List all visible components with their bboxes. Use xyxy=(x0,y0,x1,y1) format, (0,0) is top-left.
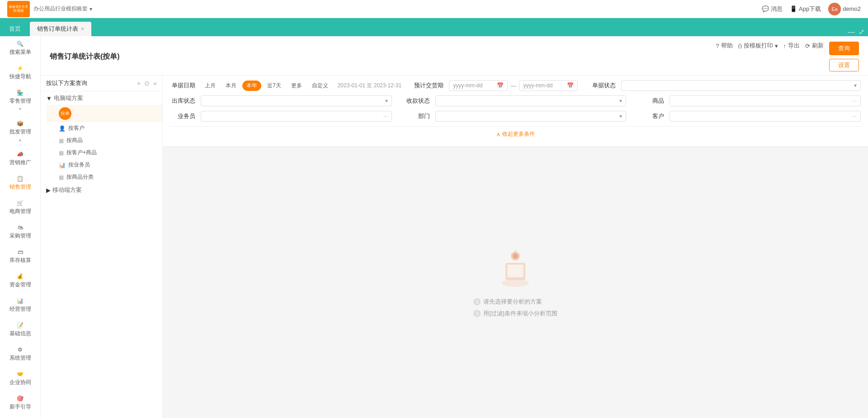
sidebar-item-search[interactable]: 🔍 搜索菜单 xyxy=(0,36,40,61)
tip-text-1: 请先选择要分析的方案 xyxy=(483,298,542,306)
purchase-icon: 🛍 xyxy=(18,224,23,231)
sidebar-item-enterprise[interactable]: 🤝 企业协同 xyxy=(0,366,40,391)
pill-more[interactable]: 更多 xyxy=(287,81,306,91)
department-select[interactable]: ▾ xyxy=(435,111,627,122)
date-label: 单据日期 xyxy=(170,81,195,90)
sidebar-item-app-center[interactable]: 📱 应用中心 xyxy=(0,415,40,418)
tip-num-2: 2 xyxy=(473,310,481,317)
ship-status-select[interactable]: ▾ xyxy=(201,95,392,106)
panel-settings-icon[interactable]: ⊙ xyxy=(144,80,150,87)
logo-text: 畅捷通好生意 xyxy=(9,5,28,9)
sidebar-item-wholesale[interactable]: 📦 批发管理 ▴ xyxy=(0,116,40,147)
filter-row-2: 出库状态 ▾ 收款状态 ▾ 商品 ··· xyxy=(170,95,861,106)
panel-icon-group: + ⊙ « xyxy=(137,80,157,87)
app-download-label: App下载 xyxy=(799,5,821,13)
app-icon: 📱 xyxy=(790,5,797,12)
sidebar-item-sales[interactable]: 📋 销售管理 xyxy=(0,171,40,195)
sidebar-marketing-label: 营销推广 xyxy=(9,159,31,166)
sidebar-base-info-label: 基础信息 xyxy=(9,330,31,337)
tab-maximize-icon[interactable]: ⤢ xyxy=(859,28,864,36)
avatar-text: Ea xyxy=(832,6,838,12)
empty-illustration xyxy=(493,247,538,292)
sidebar-finance-label: 资金管理 xyxy=(9,281,31,289)
sales-icon: 📋 xyxy=(17,176,24,182)
sidebar-item-finance[interactable]: 💰 资金管理 xyxy=(0,269,40,293)
print-button[interactable]: ⎙ 按模板打印 ▾ xyxy=(738,42,778,50)
tree-item-by-customer[interactable]: 👤 按客户 xyxy=(46,122,162,134)
sidebar-item-quick-nav[interactable]: ⚡ 快捷导航 xyxy=(0,61,40,85)
dept-arrow: ▾ xyxy=(619,113,622,119)
help-button[interactable]: ? 帮助 xyxy=(716,42,732,50)
pill-last-month[interactable]: 上月 xyxy=(201,81,220,91)
panel-add-icon[interactable]: + xyxy=(137,80,141,87)
sidebar-item-ecommerce[interactable]: 🛒 电商管理 xyxy=(0,195,40,220)
payment-status-select[interactable]: ▾ xyxy=(435,95,627,106)
payment-arrow: ▾ xyxy=(619,98,622,104)
page-title: 销售订单统计表(按单) xyxy=(50,52,120,62)
sidebar-item-purchase[interactable]: 🛍 采购管理 xyxy=(0,220,40,244)
tab-minimize-icon[interactable]: — xyxy=(848,28,855,36)
page-toolbar: ? 帮助 ⎙ 按模板打印 ▾ ↑ 导出 ⟳ 刷新 xyxy=(716,42,824,50)
sidebar-enterprise-label: 企业协同 xyxy=(9,379,31,386)
expected-date-inputs: yyyy-mm-dd 📅 — yyyy-mm-dd 📅 xyxy=(449,80,578,91)
tab-sales-order-stats[interactable]: 销售订单统计表 × xyxy=(30,22,91,36)
message-button[interactable]: 💬 消息 xyxy=(762,5,783,13)
sidebar-item-base-info[interactable]: 📝 基础信息 xyxy=(0,318,40,342)
newbie-icon: 🎯 xyxy=(17,395,24,402)
tab-home-label: 首页 xyxy=(9,25,21,33)
query-button[interactable]: 查询 xyxy=(829,42,859,55)
pill-this-month[interactable]: 本月 xyxy=(222,81,241,91)
date-range-text: 2023-01-01 至 2023-12-31 xyxy=(338,82,401,90)
inner-layout: 按以下方案查询 + ⊙ « ▼ 电脑端方案 按单 xyxy=(41,76,868,418)
query-action-area: 查询 设置 xyxy=(829,42,859,71)
expected-date-end[interactable]: yyyy-mm-dd 📅 xyxy=(519,80,578,91)
left-panel: 按以下方案查询 + ⊙ « ▼ 电脑端方案 按单 xyxy=(41,76,163,418)
page-header-actions: ? 帮助 ⎙ 按模板打印 ▾ ↑ 导出 ⟳ 刷新 xyxy=(716,42,859,71)
sidebar-item-system[interactable]: ⚙ 系统管理 xyxy=(0,342,40,366)
section-label: 电脑端方案 xyxy=(54,94,83,102)
sidebar-item-retail[interactable]: 🏪 零售管理 ▾ xyxy=(0,85,40,116)
system-icon: ⚙ xyxy=(18,347,23,353)
collapse-label: 收起更多条件 xyxy=(502,130,535,138)
avatar: Ea xyxy=(828,3,841,15)
panel-collapse-icon[interactable]: « xyxy=(153,80,157,87)
topbar: 畅捷通好生意 标准版 办公用品行业模拟账套 ▾ 💬 消息 📱 App下载 Ea … xyxy=(0,0,868,18)
refresh-button[interactable]: ⟳ 刷新 xyxy=(805,42,824,50)
tab-close-button[interactable]: × xyxy=(81,26,84,32)
tree-item-by-goods-category[interactable]: ▦ 按商品分类 xyxy=(46,171,162,183)
customer-icon: 👤 xyxy=(59,125,66,132)
expected-date-start[interactable]: yyyy-mm-dd 📅 xyxy=(449,80,508,91)
item-label: 按客户 xyxy=(68,124,85,132)
sidebar-item-newbie[interactable]: 🎯 新手引导 xyxy=(0,391,40,415)
user-menu[interactable]: Ea demo2 xyxy=(828,3,861,15)
tree-section-mobile[interactable]: ▶ 移动端方案 xyxy=(41,183,162,197)
status-select[interactable]: ▾ xyxy=(621,80,861,91)
tab-home[interactable]: 首页 xyxy=(2,22,28,36)
pill-this-year[interactable]: 本年 xyxy=(242,81,261,91)
filter-row-3: 业务员 ··· 部门 ▾ 客户 ··· xyxy=(170,111,861,122)
payment-status-label: 收款状态 xyxy=(405,97,430,105)
tree-item-by-order[interactable]: 按单 xyxy=(46,105,162,122)
customer-input[interactable]: ··· xyxy=(670,111,861,122)
tree-item-by-goods[interactable]: ▦ 按商品 xyxy=(46,134,162,147)
tree-item-by-customer-goods[interactable]: ▦ 按客户+商品 xyxy=(46,147,162,159)
tree-item-by-salesperson[interactable]: 📊 按业务员 xyxy=(46,159,162,171)
goods-category-icon: ▦ xyxy=(59,174,64,180)
pill-7days[interactable]: 近7天 xyxy=(263,81,285,91)
tree-section-pc[interactable]: ▼ 电脑端方案 xyxy=(41,91,162,105)
goods-input[interactable]: ··· xyxy=(670,95,861,106)
sidebar-search-label: 搜索菜单 xyxy=(9,48,31,56)
setting-button[interactable]: 设置 xyxy=(829,59,859,71)
sidebar-item-marketing[interactable]: 📣 营销推广 xyxy=(0,147,40,171)
app-download-button[interactable]: 📱 App下载 xyxy=(790,5,821,13)
export-button[interactable]: ↑ 导出 xyxy=(783,42,800,50)
sidebar-item-operations[interactable]: 📊 经营管理 xyxy=(0,293,40,318)
topbar-right: 💬 消息 📱 App下载 Ea demo2 xyxy=(762,3,861,15)
salesperson-input[interactable]: ··· xyxy=(201,111,392,122)
calendar-icon-end: 📅 xyxy=(567,82,574,89)
collapse-bar[interactable]: ∧ 收起更多条件 xyxy=(170,126,861,142)
pill-custom[interactable]: 自定义 xyxy=(308,81,332,91)
tree-sub-pc: 按单 👤 按客户 ▦ 按商品 ▦ 按客户+商品 📊 xyxy=(41,105,162,183)
empty-state: 1 请先选择要分析的方案 2 用[过滤]条件来缩小分析范围 xyxy=(163,147,868,418)
sidebar-item-inventory[interactable]: 🗃 库存核算 xyxy=(0,244,40,269)
